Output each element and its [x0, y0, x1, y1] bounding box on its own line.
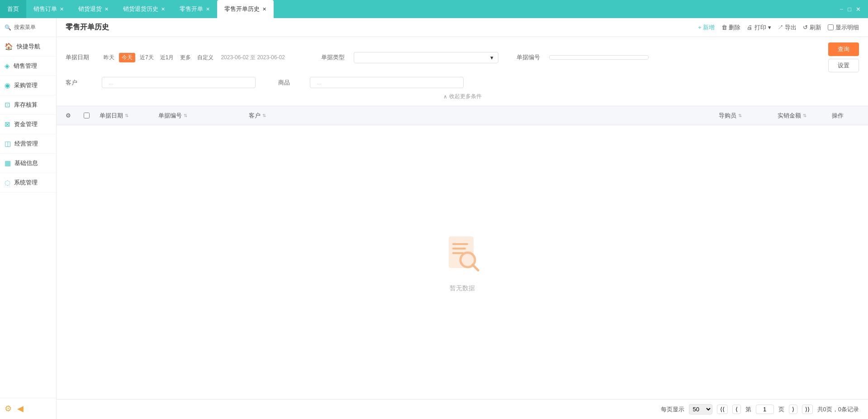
toolbar: + 新增 🗑 删除 🖨 打印 ▾ ↗ 导出 ↺ 刷新 显示明细 — [698, 24, 859, 32]
last-page-button[interactable]: ⟩⟩ — [802, 405, 813, 414]
empty-icon — [440, 232, 485, 277]
close-icon[interactable]: ✕ — [262, 6, 266, 12]
bill-type-label: 单据类型 — [321, 53, 345, 61]
page-number-input[interactable] — [756, 405, 774, 414]
per-page-select[interactable]: 50 100 200 — [689, 404, 712, 414]
sidebar-item-purchase-mgmt[interactable]: ◉ 采购管理 — [0, 76, 56, 95]
sidebar-item-finance-mgmt[interactable]: ⊠ 资金管理 — [0, 115, 56, 134]
th-amount-sort-icon[interactable]: ⇅ — [803, 113, 806, 118]
date-shortcut-today[interactable]: 今天 — [119, 53, 135, 62]
th-checkbox[interactable] — [79, 113, 95, 118]
date-shortcut-custom[interactable]: 自定义 — [195, 53, 215, 62]
operation-mgmt-icon: ◫ — [5, 140, 11, 148]
product-input[interactable]: ... — [310, 77, 464, 88]
print-button[interactable]: 🖨 打印 ▾ — [747, 24, 771, 32]
empty-text: 暂无数据 — [450, 284, 475, 292]
filter-row-2: 客户 ... 商品 ... — [66, 77, 859, 88]
sidebar-search[interactable]: 🔍 搜索菜单 — [0, 18, 56, 37]
sidebar-item-inventory-label: 库存核算 — [14, 101, 38, 109]
purchase-mgmt-icon: ◉ — [5, 81, 10, 89]
delete-btn-label: 🗑 删除 — [721, 24, 741, 32]
sales-mgmt-icon: ◈ — [5, 62, 10, 70]
th-date-label: 单据日期 — [100, 112, 123, 120]
th-customer-sort-icon[interactable]: ⇅ — [262, 113, 266, 118]
pagination-summary: 共0页，0条记录 — [817, 405, 859, 414]
th-settings[interactable]: ⚙ — [61, 112, 79, 119]
sidebar-item-finance-mgmt-label: 资金管理 — [14, 120, 38, 128]
settings-icon[interactable]: ⚙ — [5, 404, 12, 414]
th-amount[interactable]: 实销金额 ⇅ — [773, 112, 827, 120]
th-date[interactable]: 单据日期 ⇅ — [95, 112, 154, 120]
filter-settings-button[interactable]: 设置 — [828, 59, 859, 72]
bill-type-select[interactable]: ▾ — [354, 52, 498, 63]
first-page-button[interactable]: ⟨⟨ — [717, 405, 728, 414]
sidebar-item-basic-info-label: 基础信息 — [14, 159, 38, 167]
close-icon[interactable]: ✕ — [104, 6, 109, 12]
delete-button[interactable]: 🗑 删除 — [721, 24, 741, 32]
bill-no-input[interactable] — [549, 55, 649, 60]
tab-home[interactable]: 首页 — [0, 0, 26, 18]
next-page-button[interactable]: ⟩ — [789, 405, 797, 414]
collapse-label: 收起更多条件 — [449, 93, 482, 100]
empty-state: 暂无数据 — [57, 125, 868, 399]
close-icon[interactable]: ✕ — [161, 6, 165, 12]
th-billno-label: 单据编号 — [158, 112, 182, 120]
th-guide[interactable]: 导购员 ⇅ — [714, 112, 773, 120]
date-shortcut-7days[interactable]: 近7天 — [138, 53, 156, 62]
tab-sales-return-history[interactable]: 销货退货历史 ✕ — [116, 0, 172, 18]
tab-home-label: 首页 — [7, 5, 19, 13]
th-customer-label: 客户 — [249, 112, 261, 120]
th-customer[interactable]: 客户 ⇅ — [244, 112, 714, 120]
th-guide-sort-icon[interactable]: ⇅ — [738, 113, 742, 118]
th-billno-sort-icon[interactable]: ⇅ — [184, 113, 187, 118]
sidebar-bottom: ⚙ ◀ — [0, 398, 56, 419]
collapse-icon[interactable]: ◀ — [17, 404, 24, 414]
sidebar-item-sales-mgmt[interactable]: ◈ 销售管理 — [0, 56, 56, 76]
print-dropdown-icon[interactable]: ▾ — [768, 24, 771, 31]
customer-filter-label: 客户 — [66, 79, 93, 87]
date-shortcut-more[interactable]: 更多 — [178, 53, 193, 62]
date-shortcut-yesterday[interactable]: 昨天 — [102, 53, 116, 62]
export-button[interactable]: ↗ 导出 — [778, 24, 797, 32]
sidebar-search-label: 搜索菜单 — [14, 24, 36, 31]
tab-sales-return[interactable]: 销货退货 ✕ — [71, 0, 116, 18]
minimize-icon[interactable]: − — [840, 6, 844, 13]
page-title: 零售开单历史 — [66, 23, 109, 32]
display-detail-checkbox[interactable] — [828, 24, 834, 30]
new-button[interactable]: + 新增 — [698, 24, 715, 32]
th-guide-label: 导购员 — [719, 112, 736, 120]
refresh-button[interactable]: ↺ 刷新 — [803, 24, 821, 32]
th-date-sort-icon[interactable]: ⇅ — [125, 113, 128, 118]
tab-sales-order[interactable]: 销售订单 ✕ — [26, 0, 71, 18]
svg-rect-1 — [452, 243, 468, 245]
sidebar-item-system-mgmt[interactable]: ◌ 系统管理 — [0, 173, 56, 193]
close-window-icon[interactable]: ✕ — [856, 6, 861, 13]
sidebar-item-basic-info[interactable]: ▦ 基础信息 — [0, 154, 56, 173]
close-icon[interactable]: ✕ — [206, 6, 210, 12]
date-range-display: 2023-06-02 至 2023-06-02 — [221, 54, 285, 61]
sidebar-item-inventory[interactable]: ⊡ 库存核算 — [0, 95, 56, 115]
sidebar-item-quick-nav[interactable]: 🏠 快捷导航 — [0, 37, 56, 56]
page-suffix: 页 — [778, 405, 784, 414]
svg-rect-2 — [452, 248, 466, 250]
select-all-checkbox[interactable] — [84, 113, 90, 118]
th-billno[interactable]: 单据编号 ⇅ — [154, 112, 244, 120]
collapse-button[interactable]: ∧ 收起更多条件 — [443, 93, 482, 100]
th-amount-label: 实销金额 — [778, 112, 801, 120]
export-btn-label: ↗ 导出 — [778, 24, 797, 32]
top-bar: 首页 销售订单 ✕ 销货退货 ✕ 销货退货历史 ✕ 零售开单 ✕ 零售开单历史 … — [0, 0, 868, 18]
date-shortcuts: 昨天 今天 近7天 近1月 更多 自定义 2023-06-02 至 2023-0… — [102, 53, 285, 62]
date-shortcut-1month[interactable]: 近1月 — [158, 53, 176, 62]
sidebar-item-operation-mgmt[interactable]: ◫ 经营管理 — [0, 134, 56, 154]
tab-retail-open[interactable]: 零售开单 ✕ — [172, 0, 217, 18]
tab-sales-return-label: 销货退货 — [78, 5, 102, 13]
close-icon[interactable]: ✕ — [60, 6, 64, 12]
customer-input[interactable]: ... — [102, 77, 256, 88]
tab-retail-open-history[interactable]: 零售开单历史 ✕ — [217, 0, 274, 18]
prev-page-button[interactable]: ⟨ — [732, 405, 741, 414]
maximize-icon[interactable]: □ — [848, 6, 851, 13]
page-label: 第 — [745, 405, 751, 414]
display-detail-toggle[interactable]: 显示明细 — [828, 24, 859, 32]
svg-rect-3 — [452, 252, 464, 254]
query-button[interactable]: 查询 — [828, 42, 859, 56]
